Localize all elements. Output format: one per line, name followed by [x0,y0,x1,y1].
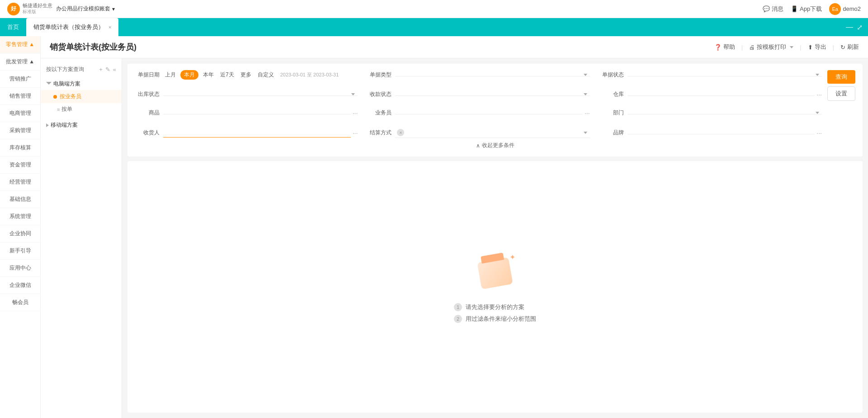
message-item[interactable]: 💬 消息 [763,5,783,13]
scheme-item-salesman[interactable]: 按业务员 [41,90,122,103]
outstatus-select[interactable] [163,93,358,96]
hint-num-1: 1 [454,303,462,311]
warehouse-input[interactable] [627,93,815,96]
sidebar-item-ecommerce[interactable]: 电商管理 [0,105,40,122]
refresh-label: 刷新 [847,43,859,51]
mobile-expand-icon [46,124,49,127]
sidebar-item-newbie[interactable]: 新手引导 [0,242,40,260]
filter-field-docstatus: 单据状态 [599,71,822,79]
receiptstatus-input[interactable] [395,93,590,96]
docstatus-input[interactable] [627,73,822,76]
inner-layout: 按以下方案查询 + ✎ « 电脑端方案 按业务员 [41,58,868,418]
scheme-active-dot [53,95,57,99]
scheme-collapse-icon[interactable]: « [113,66,116,73]
sidebar-item-basics[interactable]: 基础信息 [0,191,40,208]
mobile-scheme-title[interactable]: 移动端方案 [41,119,122,131]
tab-home[interactable]: 首页 [0,18,26,36]
query-button[interactable]: 查询 [827,70,855,84]
docstatus-select[interactable] [627,73,822,76]
print-button[interactable]: 🖨 按模板打印 [749,43,793,51]
doctype-label: 单据类型 [367,71,392,79]
filter-field-salesman: 业务员 ··· [367,109,590,117]
scheme-add-icon[interactable]: + [99,66,103,73]
receiver-input[interactable] [163,128,351,138]
tab-close-icon[interactable]: × [108,24,111,30]
sidebar: 零售管理 ▲ 批发管理 ▲ 营销推广 销售管理 电商管理 采购管理 库存核算 资… [0,36,41,418]
sidebar-item-wholesale[interactable]: 批发管理 ▲ [0,53,40,71]
date-btn-more[interactable]: 更多 [239,70,253,80]
doctype-chevron-icon [584,74,587,76]
filter-row-4: 收货人 ··· 结算方式 × [135,128,822,138]
outstatus-input[interactable] [163,93,358,96]
settle-clear-icon[interactable]: × [397,129,404,136]
sidebar-item-operations[interactable]: 经营管理 [0,174,40,191]
mobile-scheme-label: 移动端方案 [51,121,78,129]
message-label: 消息 [772,5,783,13]
date-btn-lastmonth[interactable]: 上月 [163,70,178,80]
sidebar-item-retail[interactable]: 零售管理 ▲ [0,36,40,53]
collapse-button[interactable]: ∧ 收起更多条件 [476,142,514,149]
salesman-input[interactable] [395,111,583,114]
sidebar-item-wechat[interactable]: 企业微信 [0,277,40,294]
sidebar-item-finance[interactable]: 资金管理 [0,157,40,174]
doctype-input[interactable] [395,73,590,76]
settle-chevron-icon [584,132,587,134]
sidebar-item-marketing[interactable]: 营销推广 [0,71,40,88]
receiptstatus-select[interactable] [395,93,590,96]
dept-label: 部门 [599,109,624,117]
tab-expand-icon[interactable]: ⤢ [857,23,863,32]
filter-row-1: 单据日期 上月 本月 本年 近7天 更多 自定义 2023-03-01 至 20… [135,70,822,80]
app-download-label: App下载 [800,5,822,13]
tab-minimize-icon[interactable]: — [846,23,853,31]
export-button[interactable]: ⬆ 导出 [808,43,826,51]
brand-input[interactable] [627,131,815,134]
top-header-right: 💬 消息 📱 App下载 Ea demo2 [763,3,861,15]
date-btn-thismonth[interactable]: 本月 [180,70,198,80]
goods-input[interactable] [163,111,351,114]
computer-scheme-title[interactable]: 电脑端方案 [41,78,122,90]
scheme-order-icon: ≡ [57,107,60,112]
filter-actions: 查询 设置 [827,70,855,101]
date-btn-custom[interactable]: 自定义 [256,70,276,80]
tab-current[interactable]: 销货单统计表（按业务员） × [26,18,118,36]
scheme-item-order[interactable]: ≡ 按单 [41,103,122,115]
refresh-icon: ↻ [840,44,845,51]
receiver-dots[interactable]: ··· [353,129,358,137]
user-area[interactable]: Ea demo2 [829,3,861,15]
warehouse-label: 仓库 [599,90,624,98]
hint-text-1: 请先选择要分析的方案 [466,303,524,311]
computer-scheme-group: 电脑端方案 按业务员 ≡ 按单 [41,76,122,117]
dept-input[interactable] [627,111,822,114]
breadcrumb-arrow: ▾ [112,6,115,12]
brand-dots[interactable]: ··· [816,129,822,137]
date-label: 单据日期 [135,71,160,79]
sidebar-item-inventory[interactable]: 库存核算 [0,139,40,157]
sidebar-item-purchase[interactable]: 采购管理 [0,122,40,139]
help-button[interactable]: ❓ 帮助 [714,43,735,51]
refresh-button[interactable]: ↻ 刷新 [840,43,859,51]
scheme-edit-icon[interactable]: ✎ [105,66,110,73]
filter-field-doctype: 单据类型 [367,71,590,79]
sidebar-item-member[interactable]: 畅会员 [0,294,40,311]
outstatus-chevron-icon [351,93,355,95]
settings-button[interactable]: 设置 [827,86,855,101]
app-download-item[interactable]: 📱 App下载 [791,5,822,13]
goods-dots[interactable]: ··· [353,109,358,117]
doctype-select[interactable] [395,73,590,76]
export-icon: ⬆ [808,44,813,51]
date-btn-7days[interactable]: 近7天 [218,70,236,80]
empty-hints: 1 请先选择要分析的方案 2 用过滤条件来缩小分析范围 [454,303,536,323]
salesman-dots[interactable]: ··· [585,109,590,117]
filter-row-2: 出库状态 收款状态 [135,90,822,98]
filter-field-warehouse: 仓库 ··· [599,90,822,98]
page-area: 销货单统计表(按业务员) ❓ 帮助 | 🖨 按模板打印 | ⬆ 导出 | [41,36,868,418]
dept-select[interactable] [627,111,822,114]
sidebar-item-sales[interactable]: 销售管理 [0,88,40,105]
sidebar-item-enterprise[interactable]: 企业协同 [0,225,40,242]
sidebar-item-appcenter[interactable]: 应用中心 [0,260,40,277]
receiptstatus-chevron-icon [584,93,587,95]
warehouse-dots[interactable]: ··· [816,91,822,98]
filter-field-settle: 结算方式 × [367,128,590,138]
sidebar-item-system[interactable]: 系统管理 [0,208,40,225]
date-btn-thisyear[interactable]: 本年 [201,70,216,80]
